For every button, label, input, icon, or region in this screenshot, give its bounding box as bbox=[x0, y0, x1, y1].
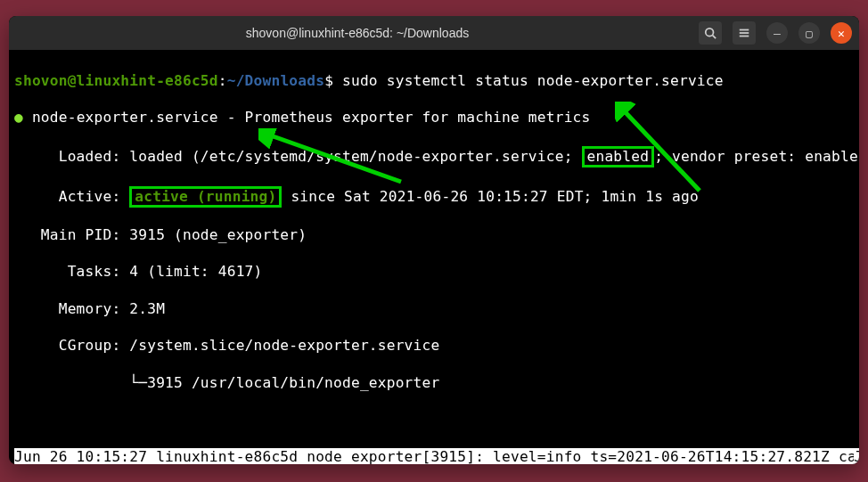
svg-line-1 bbox=[713, 36, 717, 39]
main-pid-line: Main PID: 3915 (node_exporter) bbox=[14, 226, 854, 245]
prompt-line: shovon@linuxhint-e86c5d:~/Downloads$ sud… bbox=[14, 72, 854, 91]
hamburger-icon bbox=[738, 27, 750, 39]
tasks-line: Tasks: 4 (limit: 4617) bbox=[14, 263, 854, 282]
prompt-user-host: shovon@linuxhint-e86c5d bbox=[14, 72, 218, 89]
terminal-window: shovon@linuxhint-e86c5d: ~/Downloads — ▢… bbox=[9, 16, 859, 464]
enabled-highlight: enabled bbox=[582, 146, 655, 167]
terminal-body[interactable]: shovon@linuxhint-e86c5d:~/Downloads$ sud… bbox=[9, 50, 859, 464]
titlebar-controls: — ▢ ✕ bbox=[699, 21, 852, 45]
titlebar[interactable]: shovon@linuxhint-e86c5d: ~/Downloads — ▢… bbox=[9, 16, 859, 50]
prompt-path: ~/Downloads bbox=[227, 72, 324, 89]
cgroup-child-line: └─3915 /usr/local/bin/node_exporter bbox=[14, 374, 854, 393]
blank-line bbox=[14, 412, 854, 430]
search-icon bbox=[704, 27, 717, 39]
status-dot-icon: ● bbox=[14, 109, 32, 126]
loaded-line: Loaded: loaded (/etc/systemd/system/node… bbox=[14, 146, 854, 167]
close-button[interactable]: ✕ bbox=[831, 22, 852, 44]
svg-rect-4 bbox=[740, 36, 749, 37]
memory-line: Memory: 2.3M bbox=[14, 300, 854, 319]
command-text: sudo systemctl status node-exporter.serv… bbox=[342, 72, 724, 89]
minimize-button[interactable]: — bbox=[766, 22, 788, 44]
window-title: shovon@linuxhint-e86c5d: ~/Downloads bbox=[16, 26, 699, 40]
svg-point-0 bbox=[706, 29, 714, 37]
svg-rect-3 bbox=[740, 32, 749, 34]
log-lines: Jun 26 10:15:27 linuxhint-e86c5d node_ex… bbox=[14, 448, 854, 464]
active-highlight: active (running) bbox=[129, 186, 282, 208]
cgroup-line: CGroup: /system.slice/node-exporter.serv… bbox=[14, 337, 854, 355]
close-icon: ✕ bbox=[838, 27, 845, 40]
menu-button[interactable] bbox=[733, 21, 756, 45]
minimize-icon: — bbox=[774, 27, 781, 40]
maximize-button[interactable]: ▢ bbox=[798, 22, 820, 44]
maximize-icon: ▢ bbox=[806, 27, 813, 40]
search-button[interactable] bbox=[699, 21, 722, 45]
log-line: Jun 26 10:15:27 linuxhint-e86c5d node_ex… bbox=[854, 448, 859, 464]
svg-rect-2 bbox=[740, 29, 749, 31]
active-line: Active: active (running) since Sat 2021-… bbox=[14, 186, 854, 208]
log-line: Jun 26 10:15:27 linuxhint-e86c5d node_ex… bbox=[14, 448, 854, 464]
service-header: ● node-exporter.service - Prometheus exp… bbox=[14, 109, 854, 127]
